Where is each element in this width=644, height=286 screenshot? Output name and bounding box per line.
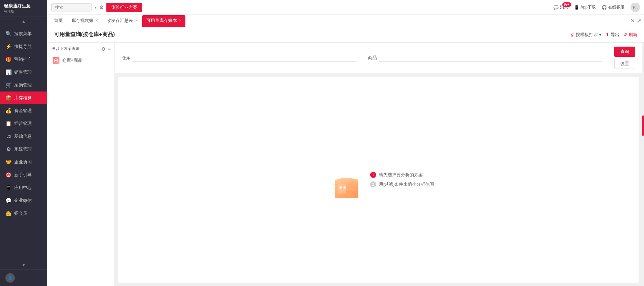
right-scrollbar[interactable] bbox=[642, 43, 644, 286]
tab-label: 收发存汇总表 bbox=[107, 18, 133, 24]
sidebar-item-inventory[interactable]: 📦 库存核算 bbox=[0, 92, 47, 104]
close-icon[interactable]: × bbox=[96, 18, 98, 23]
tabs-bar: 首页 库存批次账 × 收发存汇总表 × 可用量库存账本 × ✕ ⤢ bbox=[47, 15, 644, 27]
topbar-username: Rit bbox=[633, 5, 637, 9]
sidebar-item-label: 新手引导 bbox=[14, 172, 32, 178]
quicknav-icon: ⚡ bbox=[5, 44, 11, 50]
query-form: 仓库 ··· 商品 ··· 查询 设置 bbox=[115, 43, 642, 73]
tab-summary[interactable]: 收发存汇总表 × bbox=[103, 15, 141, 27]
sidebar-item-operations[interactable]: 📋 经营管理 bbox=[0, 117, 47, 130]
hint-text-2: 用[过滤]条件来缩小分析范围 bbox=[379, 181, 434, 187]
collapse-panel-btn[interactable]: « bbox=[108, 46, 110, 52]
phone-icon: 📱 bbox=[574, 5, 579, 10]
svg-point-0 bbox=[54, 59, 58, 62]
scroll-thumb[interactable] bbox=[642, 115, 644, 136]
sidebar-item-newguide[interactable]: 🎯 新手引导 bbox=[0, 168, 47, 181]
sidebar-item-label: 销售管理 bbox=[14, 69, 32, 75]
search-input[interactable] bbox=[51, 3, 92, 11]
inventory-icon: 📦 bbox=[5, 95, 11, 101]
sidebar-item-label: 库存核算 bbox=[14, 95, 32, 101]
sidebar-item-label: 基础信息 bbox=[14, 133, 32, 139]
empty-hint-2: 2 用[过滤]条件来缩小分析范围 bbox=[370, 181, 434, 187]
chevron-down-icon[interactable]: ▾ bbox=[95, 5, 97, 10]
sidebar-item-label: 采购管理 bbox=[14, 82, 32, 88]
query-btn[interactable]: 查询 bbox=[614, 47, 635, 57]
filter-header-label: 按以下方案查询 bbox=[51, 46, 80, 52]
svg-point-4 bbox=[339, 186, 342, 189]
sidebar-item-quicknav[interactable]: ⚡ 快捷导航 bbox=[0, 40, 47, 53]
page-header: 可用量查询(按仓库+商品) 🖨 按模板打印 ▾ ⬆ 导出 ↺ 刷新 bbox=[47, 27, 644, 43]
industry-btn[interactable]: 体验行业方案 bbox=[106, 3, 142, 12]
tab-label: 可用量库存账本 bbox=[146, 18, 177, 24]
refresh-btn[interactable]: ↺ 刷新 bbox=[623, 32, 637, 38]
gear-icon[interactable]: ⚙ bbox=[99, 4, 104, 10]
filter-scheme-item[interactable]: 仓库+商品 bbox=[47, 54, 114, 67]
close-all-tabs-btn[interactable]: ✕ bbox=[630, 18, 635, 24]
export-label: 导出 bbox=[611, 32, 619, 38]
svg-rect-3 bbox=[338, 184, 346, 193]
export-btn[interactable]: ⬆ 导出 bbox=[606, 32, 619, 38]
empty-illustration bbox=[323, 159, 363, 200]
tab-batch-account[interactable]: 库存批次账 × bbox=[68, 15, 102, 27]
sidebar-item-basic-info[interactable]: 🗂 基础信息 bbox=[0, 130, 47, 143]
sidebar-item-search[interactable]: 🔍 搜索菜单 bbox=[0, 27, 47, 40]
marketing-icon: 🎁 bbox=[5, 56, 11, 62]
goods-input[interactable] bbox=[379, 54, 602, 62]
basicinfo-icon: 🗂 bbox=[5, 133, 11, 139]
goods-field: 商品 ··· bbox=[368, 54, 608, 62]
brand-edition: 标准版 bbox=[4, 9, 43, 14]
sidebar-item-vip[interactable]: 👑 畅会员 bbox=[0, 207, 47, 220]
filter-header: 按以下方案查询 + ⚙ « bbox=[47, 46, 114, 54]
empty-hints: 1 请先选择要分析的方案 2 用[过滤]条件来缩小分析范围 bbox=[370, 172, 434, 187]
user-avatar-topbar[interactable]: Rit bbox=[630, 3, 640, 12]
service-btn[interactable]: 🎧 在线客服 bbox=[602, 4, 624, 10]
hint-num-1: 1 bbox=[370, 172, 376, 178]
finance-icon: 💰 bbox=[5, 108, 11, 114]
refresh-icon: ↺ bbox=[623, 32, 627, 37]
tab-home[interactable]: 首页 bbox=[50, 15, 67, 27]
expand-tabs-icon[interactable]: ⤢ bbox=[637, 18, 641, 24]
query-area: 仓库 ··· 商品 ··· 查询 设置 bbox=[115, 43, 642, 286]
sidebar-scroll-down[interactable]: ▼ bbox=[0, 260, 47, 269]
message-icon: 💬 bbox=[553, 5, 559, 10]
sidebar-scroll-up[interactable]: ▲ bbox=[0, 17, 47, 26]
sidebar-item-label: 企业微信 bbox=[14, 198, 32, 204]
app-download-btn[interactable]: 📱 App下载 bbox=[574, 4, 596, 10]
print-btn[interactable]: 🖨 按模板打印 ▾ bbox=[570, 32, 601, 38]
chevron-down-icon[interactable]: ▾ bbox=[599, 32, 601, 37]
sidebar-item-label: 快捷导航 bbox=[14, 44, 32, 50]
sidebar-header: 畅康通好生意 标准版 bbox=[0, 0, 47, 17]
empty-state: 1 请先选择要分析的方案 2 用[过滤]条件来缩小分析范围 bbox=[118, 77, 639, 283]
settings-scheme-btn[interactable]: ⚙ bbox=[101, 46, 106, 52]
sidebar-footer[interactable]: 👤 bbox=[0, 269, 47, 286]
sidebar: 畅康通好生意 标准版 ▲ 🔍 搜索菜单 ⚡ 快捷导航 🎁 营销推广 📊 销售管理… bbox=[0, 0, 47, 286]
system-icon: ⚙ bbox=[5, 146, 11, 152]
warehouse-more-btn[interactable]: ··· bbox=[358, 55, 361, 60]
sidebar-item-label: 应用中心 bbox=[14, 185, 32, 191]
tab-available-qty[interactable]: 可用量库存账本 × bbox=[142, 15, 185, 27]
close-icon[interactable]: × bbox=[135, 18, 137, 23]
sidebar-item-system[interactable]: ⚙ 系统管理 bbox=[0, 143, 47, 156]
sidebar-item-marketing[interactable]: 🎁 营销推广 bbox=[0, 53, 47, 66]
print-icon: 🖨 bbox=[570, 32, 574, 37]
sidebar-item-wxwork[interactable]: 💬 企业微信 bbox=[0, 194, 47, 207]
goods-more-btn[interactable]: ··· bbox=[604, 55, 608, 60]
setting-btn[interactable]: 设置 bbox=[614, 59, 635, 69]
sidebar-item-label: 畅会员 bbox=[14, 210, 27, 216]
tab-label: 库存批次账 bbox=[72, 18, 94, 24]
sidebar-item-finance[interactable]: 💰 资金管理 bbox=[0, 104, 47, 117]
sidebar-item-collab[interactable]: 🤝 企业协同 bbox=[0, 156, 47, 168]
appcenter-icon: 📱 bbox=[5, 185, 11, 191]
message-btn[interactable]: 💬 消息 99+ bbox=[553, 4, 568, 10]
add-scheme-btn[interactable]: + bbox=[97, 46, 99, 52]
sidebar-item-sales[interactable]: 📊 销售管理 bbox=[0, 66, 47, 79]
query-actions: 查询 设置 bbox=[614, 47, 635, 69]
close-icon[interactable]: × bbox=[179, 18, 181, 23]
sidebar-item-appcenter[interactable]: 📱 应用中心 bbox=[0, 181, 47, 194]
warehouse-label: 仓库 bbox=[122, 55, 130, 61]
warehouse-input[interactable] bbox=[132, 54, 356, 62]
page-actions: 🖨 按模板打印 ▾ ⬆ 导出 ↺ 刷新 bbox=[570, 32, 637, 38]
sidebar-item-label: 搜索菜单 bbox=[14, 31, 32, 37]
main-area: ▾ ⚙ 体验行业方案 💬 消息 99+ 📱 App下载 🎧 在线客服 Rit bbox=[47, 0, 644, 286]
sidebar-item-purchase[interactable]: 🛒 采购管理 bbox=[0, 79, 47, 92]
